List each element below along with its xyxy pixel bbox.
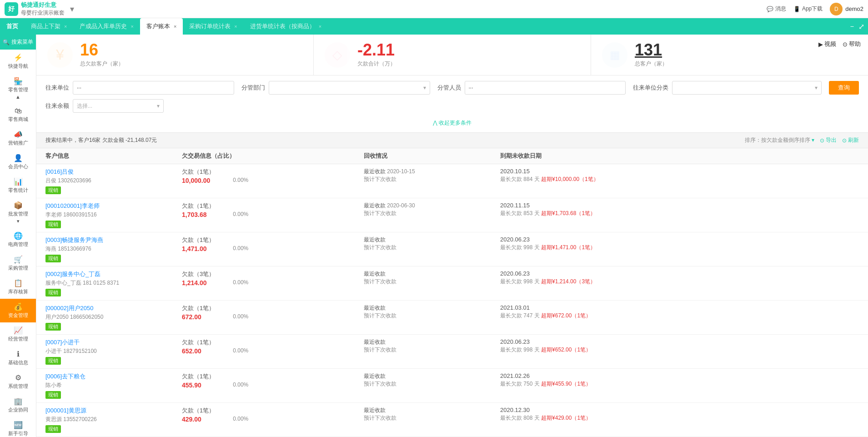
collapse-btn[interactable]: ⋀ 收起更多条件 [45,117,859,127]
help-btn[interactable]: ⊙ 帮助 [843,40,861,48]
user-menu[interactable]: D demo2 [830,3,863,15]
tab-purchase-order[interactable]: 采购订单统计表 × [183,18,243,35]
view-btn[interactable]: ▶ 视频 [818,40,836,48]
unit-class-arrow: ▾ [815,85,818,91]
sidebar-item-quicknav[interactable]: ⚡ 快捷导航 [0,50,36,73]
sidebar-item-ops[interactable]: 📈 经营管理 [0,322,36,346]
refresh-icon: ⊙ [842,137,847,144]
overdue-link-3[interactable]: 超期¥1,214.00（3笔） [541,278,596,285]
collapse-label: 收起更多条件 [439,120,472,126]
customer-id-1[interactable]: [0001020001]李老师 [45,202,182,210]
debt-info-1: 欠款（1笔） 1,703.68 0.00% [182,202,364,218]
overdue-link-1[interactable]: 超期¥1,703.68（1笔） [541,210,596,216]
sidebar-item-guide[interactable]: 🆕 新手引导 [0,417,36,437]
tab-customer-account-close[interactable]: × [174,24,176,29]
overdue-link-7[interactable]: 超期¥429.00（1笔） [541,415,591,421]
debt-count-1: 欠款（1笔） [182,202,215,210]
overdue-link-5[interactable]: 超期¥652.00（1笔） [541,347,591,353]
sort-label: 排序：按欠款金额倒序排序 ▾ [745,136,814,144]
stat-actions: ▶ 视频 ⊙ 帮助 [818,40,861,48]
collection-info-4: 最近收款 预计下次收款 [364,304,500,320]
tab-minimize-btn[interactable]: － [848,22,856,31]
overdue-link-4[interactable]: 超期¥672.00（1笔） [541,312,591,319]
retail-mgmt-arrow: ▲ [15,94,20,100]
customer-info-0: [0016]吕俊 吕俊 13026203696 现销 [45,168,182,194]
sidebar-item-inventory[interactable]: 📋 库存核算 [0,275,36,299]
customer-id-6[interactable]: [0006]去下粮仓 [45,372,182,381]
result-bar-right: 排序：按欠款金额倒序排序 ▾ ⊙ 导出 ⊙ 刷新 [745,136,859,144]
sidebar-item-marketing[interactable]: 📣 营销推广 [0,126,36,150]
search-btn[interactable]: 查询 [829,81,859,95]
app-download-btn[interactable]: 📱 App下载 [793,5,823,13]
enterprise-label: 企业协同 [8,407,28,413]
company-switcher[interactable]: ▾ [70,4,74,14]
overdue-link-6[interactable]: 超期¥455.90（1笔） [541,381,591,387]
customer-id-2[interactable]: [0003]畅捷服务尹海燕 [45,236,182,244]
tab-incoming-stats-close[interactable]: × [319,24,321,29]
dept-input[interactable]: ▾ [269,81,430,95]
guide-icon: 🆕 [14,421,23,429]
view-label: 视频 [824,40,836,48]
customer-contact-3: 服务中心_丁磊 181 0125 8371 [45,279,182,287]
purchase-icon: 🛒 [14,255,23,264]
overdue-link-0[interactable]: 超期¥10,000.00（1笔） [541,176,599,182]
search-icon: 🔍 [3,39,10,45]
tab-purchase-order-close[interactable]: × [234,24,237,29]
sidebar-item-ecom[interactable]: 🌐 电商管理 [0,228,36,251]
unit-class-input[interactable]: ▾ [672,81,822,95]
debt-info-0: 欠款（1笔） 10,000.00 0.00% [182,168,364,184]
sidebar-item-system[interactable]: ⚙ 系统管理 [0,370,36,393]
sidebar-item-enterprise[interactable]: 🏢 企业协同 [0,393,36,417]
sidebar-item-member[interactable]: 👤 会员中心 [0,150,36,174]
customer-id-4[interactable]: [000002]用户2050 [45,304,182,312]
tab-product-off-close[interactable]: × [64,24,67,29]
customer-id-3[interactable]: [0002]服务中心_丁磊 [45,270,182,278]
sidebar-item-retail-stats[interactable]: 📊 零售统计 [0,174,36,197]
customer-info-5: [0007]小进干 小进干 18279152100 现销 [45,338,182,365]
sidebar-item-retail-mgmt[interactable]: 🏪 零售管理 ▲ [0,73,36,103]
refresh-btn[interactable]: ⊙ 刷新 [842,136,859,144]
debt-count-7: 欠款（1笔） [182,407,215,415]
tab-incoming-stats[interactable]: 进货单统计表（按商品） × [244,18,328,35]
sidebar-item-purchase[interactable]: 🛒 采购管理 [0,251,36,275]
ops-label: 经营管理 [8,336,28,342]
tab-product-off[interactable]: 商品上下架 × [25,18,73,35]
manager-input[interactable]: ··· [465,81,626,95]
tab-maximize-btn[interactable]: ⤢ [858,22,864,31]
help-icon: ⊙ [843,41,848,48]
sidebar-item-retail-mall[interactable]: 🛍 零售商城 [0,103,36,126]
table-row: [000002]用户2050 用户2050 18665062050 现销 欠款（… [36,301,868,335]
filter-dept: 分管部门 ▾ [241,81,430,95]
overdue-link-2[interactable]: 超期¥1,471.00（1笔） [541,244,596,251]
customer-id-0[interactable]: [0016]吕俊 [45,168,182,176]
export-label: 导出 [826,136,837,144]
tab-product-history-close[interactable]: × [130,24,133,29]
top-bar-right: 💬 消息 📱 App下载 D demo2 [767,3,863,15]
ecom-label: 电商管理 [8,241,28,248]
result-bar: 搜索结果中，客户16家 欠款金额 -21,148.07元 排序：按欠款金额倒序排… [36,133,868,148]
result-summary: 搜索结果中，客户16家 欠款金额 -21,148.07元 [45,136,157,144]
col-header-collection: 回收情况 [364,152,500,160]
search-menu-btn[interactable]: 🔍 搜索菜单 [0,35,36,50]
from-unit-input[interactable]: ··· [73,81,234,95]
customer-id-5[interactable]: [0007]小进干 [45,338,182,347]
export-btn[interactable]: ⊙ 导出 [820,136,837,144]
customer-tag-5: 现销 [45,357,61,365]
debt-info-6: 欠款（1笔） 455.90 0.00% [182,372,364,389]
batch-mgmt-icon: 📦 [14,201,23,210]
manager-dots: ··· [469,85,473,91]
balance-placeholder: 选择... [77,102,92,110]
tab-customer-account[interactable]: 客户账本 × [140,18,183,35]
customer-id-7[interactable]: [000001]黄思源 [45,407,182,415]
tab-home[interactable]: 首页 [0,18,25,35]
logo-icon: 好 [5,2,18,16]
top-bar-left: 好 畅捷通好生意 母婴行业演示账套 ▾ [5,1,74,17]
sidebar-item-batch-mgmt[interactable]: 📦 批发管理 ▾ [0,197,36,228]
sidebar-item-basic[interactable]: ℹ 基础信息 [0,346,36,370]
tab-bar-actions: － ⤢ [848,22,868,31]
sidebar-item-finance[interactable]: 💰 资金管理 [0,299,36,322]
tab-product-history[interactable]: 产成品入库单历史 × [73,18,140,35]
stat-icon-total: ▦ [602,42,627,68]
balance-input[interactable]: 选择... ▾ [73,99,164,113]
message-btn[interactable]: 💬 消息 [767,5,786,13]
